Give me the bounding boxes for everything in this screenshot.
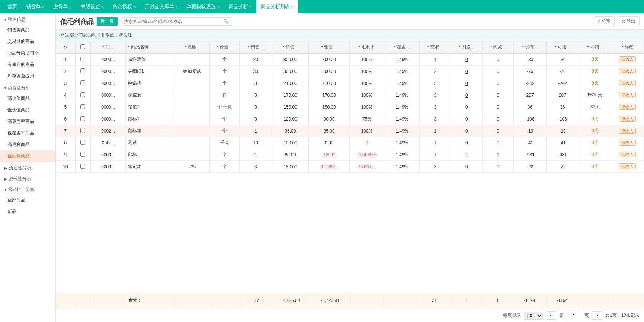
nav-item-sales[interactable]: 销货单 ×	[22, 0, 49, 13]
nav-item-product-in[interactable]: 产成品入库单 ×	[141, 0, 182, 13]
row-tag: 低收入	[611, 149, 644, 161]
close-icon[interactable]: ×	[102, 4, 104, 9]
sidebar-item-high-coverage[interactable]: 高覆盖率商品	[0, 116, 55, 127]
sidebar-item-low-value[interactable]: 低价值商品	[0, 104, 55, 116]
close-icon[interactable]: ×	[134, 4, 136, 9]
row-view1[interactable]: 0	[451, 54, 482, 66]
export-button[interactable]: ⊙ 导出	[618, 16, 640, 26]
sidebar-item-new-products[interactable]: 新品	[0, 206, 55, 217]
sidebar-item-traded-products[interactable]: 交易过的商品	[0, 36, 55, 47]
margin-col-header[interactable]: • 毛利率	[349, 41, 384, 54]
nav-item-permission[interactable]: 权限设置 ×	[76, 0, 108, 13]
row-check[interactable]	[75, 77, 90, 89]
stock-col-header[interactable]: • 现有...	[514, 41, 546, 54]
time-filter-button[interactable]: 近一月	[97, 17, 118, 26]
page-size-select[interactable]: 50 20 100	[524, 312, 543, 320]
row-view1[interactable]: 0	[451, 113, 482, 125]
row-check[interactable]	[75, 149, 90, 161]
row-check[interactable]	[75, 54, 90, 66]
row-view1[interactable]: 0	[451, 161, 482, 173]
unit-col-header[interactable]: • 计量...	[210, 41, 240, 54]
sidebar-group-cluster[interactable]: ▾ 类群童分析	[0, 82, 55, 93]
row-margin: 100%	[349, 54, 384, 66]
row-check[interactable]	[75, 89, 90, 101]
sidebar-item-all-products[interactable]: 全部商品	[0, 194, 55, 206]
sidebar-group-marketing[interactable]: ▾ 营销推广分析	[0, 184, 55, 194]
row-unit: 个	[210, 66, 240, 77]
row-view1[interactable]: 0	[451, 77, 482, 89]
row-sellable: 31天	[579, 101, 611, 113]
check-col-header[interactable]	[75, 41, 90, 54]
sidebar-item-low-margin[interactable]: 低毛利商品	[0, 150, 55, 162]
next-page-button[interactable]: ＞	[592, 311, 602, 320]
spec-col-header[interactable]: • 规格...	[174, 41, 210, 54]
avail-col-header[interactable]: • 可用...	[546, 41, 579, 54]
row-check[interactable]	[75, 101, 90, 113]
row-check[interactable]	[75, 113, 90, 125]
row-checkbox[interactable]	[80, 104, 85, 109]
sidebar-group-growth[interactable]: ▶ 成长性分析	[0, 173, 55, 184]
row-unit: 个	[210, 77, 240, 89]
sidebar-item-high-value[interactable]: 高价值商品	[0, 93, 55, 104]
row-check[interactable]	[75, 66, 90, 77]
sidebar-item-low-coverage[interactable]: 低覆盖率商品	[0, 127, 55, 139]
sidebar-group-overall[interactable]: ▾ 整体信息	[0, 13, 55, 24]
sales-price-col-header[interactable]: • 销售...	[272, 41, 309, 54]
close-icon[interactable]: ×	[291, 4, 294, 9]
sidebar-item-category-sales[interactable]: 商品分类助销率	[0, 47, 55, 59]
row-checkbox[interactable]	[80, 57, 85, 61]
sales-qty-col-header[interactable]: • 销售...	[240, 41, 272, 54]
row-view1[interactable]: 0	[451, 125, 482, 137]
row-spec	[174, 89, 210, 101]
row-checkbox[interactable]	[80, 152, 85, 157]
nav-item-template[interactable]: 单据模板设置 ×	[182, 0, 224, 13]
nav-item-analysis[interactable]: 商品分析 ×	[224, 0, 256, 13]
row-check[interactable]	[75, 125, 90, 137]
nav-item-purchase[interactable]: 进货单 ×	[49, 0, 76, 13]
row-checkbox[interactable]	[80, 128, 85, 133]
tag-col-header[interactable]: • 标签	[611, 41, 644, 54]
nav-item-home[interactable]: 首页	[3, 0, 22, 13]
row-view1[interactable]: 0	[451, 101, 482, 113]
sellable-col-header[interactable]: • 可销...	[579, 41, 611, 54]
sidebar-item-high-margin[interactable]: 高毛利商品	[0, 139, 55, 150]
code-col-header[interactable]: • 商...	[90, 41, 126, 54]
row-checkbox[interactable]	[80, 68, 85, 73]
cover-col-header[interactable]: • 覆盖...	[384, 41, 420, 54]
nav-item-role[interactable]: 角色授权 ×	[108, 0, 140, 13]
sales-amt-col-header[interactable]: • 销售...	[309, 41, 349, 54]
sidebar-group-flow[interactable]: ▶ 流通性分析	[0, 162, 55, 173]
settings-col-header[interactable]: ⚙	[56, 41, 75, 54]
close-icon[interactable]: ×	[250, 4, 252, 9]
close-icon[interactable]: ×	[176, 4, 178, 9]
row-view1[interactable]: 1	[451, 149, 482, 161]
table-container[interactable]: ⚙ • 商... • 商品名称 • 规格...	[56, 41, 644, 292]
sidebar-item-sales-products[interactable]: 销售类商品	[0, 24, 55, 36]
page-number-input[interactable]	[567, 312, 581, 319]
row-check[interactable]	[75, 137, 90, 149]
sidebar-item-in-stock[interactable]: 有库存的商品	[0, 59, 55, 70]
row-view1[interactable]: 0	[451, 66, 482, 77]
view1-col-header[interactable]: • 浏览...	[451, 41, 482, 54]
row-view1[interactable]: 0	[451, 89, 482, 101]
trade-col-header[interactable]: • 交易...	[420, 41, 451, 54]
select-all-checkbox[interactable]	[80, 44, 85, 49]
close-icon[interactable]: ×	[217, 4, 220, 9]
row-checkbox[interactable]	[80, 116, 85, 121]
row-checkbox[interactable]	[80, 164, 85, 169]
row-view1[interactable]: 0	[451, 137, 482, 149]
row-checkbox[interactable]	[80, 140, 85, 145]
close-icon[interactable]: ×	[69, 4, 71, 9]
search-input[interactable]	[124, 19, 223, 24]
name-col-header[interactable]: • 商品名称	[126, 41, 174, 54]
row-checkbox[interactable]	[80, 80, 85, 85]
share-button[interactable]: ⎋ 分享	[594, 16, 615, 26]
view2-col-header[interactable]: • 浏览...	[482, 41, 513, 54]
row-check[interactable]	[75, 161, 90, 173]
sidebar-item-stock-capital[interactable]: 库存资金占用	[0, 70, 55, 82]
row-checkbox[interactable]	[80, 92, 85, 97]
search-icon[interactable]: 🔍	[223, 19, 229, 24]
close-icon[interactable]: ×	[42, 4, 44, 9]
nav-item-analysis-list[interactable]: 商品分析列表 ×	[256, 0, 298, 13]
prev-page-button[interactable]: ＜	[546, 311, 556, 320]
